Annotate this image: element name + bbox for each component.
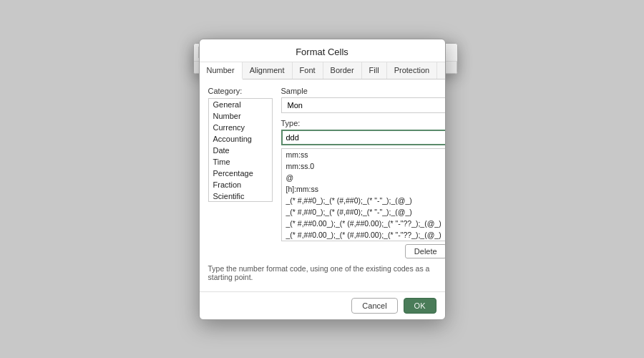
type-list-item[interactable]: mm:ss (282, 149, 446, 160)
category-label: Category: (208, 87, 273, 95)
sample-box: Mon (281, 97, 446, 113)
ok-button[interactable]: OK (404, 298, 436, 314)
category-item[interactable]: General (209, 99, 272, 110)
category-item[interactable]: Percentage (209, 168, 272, 179)
type-list-item[interactable]: _(* #,##0.00_);_(* (#,##0.00);_(* "-"??_… (282, 229, 446, 241)
category-list[interactable]: GeneralNumberCurrencyAccountingDateTimeP… (208, 98, 273, 202)
cancel-button[interactable]: Cancel (351, 298, 397, 314)
type-list-item[interactable]: mm:ss.0 (282, 160, 446, 172)
type-list-item[interactable]: [$-en-PH]dddd, mmmm d, yyyy (282, 241, 446, 241)
delete-button[interactable]: Delete (405, 244, 446, 258)
category-item[interactable]: Number (209, 110, 272, 122)
type-list-item[interactable]: @ (282, 172, 446, 183)
type-list-item[interactable]: _(* #,##0.00_);_(* (#,##0.00);_(* "-"??_… (282, 218, 446, 229)
tab-alignment[interactable]: Alignment (243, 62, 293, 79)
type-list-item[interactable]: _(* #,##0_);_(* (#,##0);_(* "-"_);_(@_) (282, 206, 446, 218)
dialog-tabs: Number Alignment Font Border Fill Protec… (200, 62, 445, 79)
category-item[interactable]: Scientific (209, 190, 272, 202)
category-item[interactable]: Fraction (209, 179, 272, 190)
type-list-item[interactable]: _(* #,##0_);_(* (#,##0);_(* "-"_);_(@_) (282, 195, 446, 206)
category-item[interactable]: Time (209, 156, 272, 168)
type-input[interactable] (281, 130, 446, 145)
tab-border[interactable]: Border (323, 62, 362, 79)
hint-text: Type the number format code, using one o… (208, 264, 436, 284)
category-item[interactable]: Accounting (209, 133, 272, 145)
tab-protection[interactable]: Protection (387, 62, 438, 79)
dialog-title: Format Cells (200, 39, 445, 62)
tab-font[interactable]: Font (293, 62, 323, 79)
tab-fill[interactable]: Fill (362, 62, 387, 79)
type-list[interactable]: mm:ssmm:ss.0@[h]:mm:ss_(* #,##0_);_(* (#… (281, 148, 446, 241)
category-item[interactable]: Date (209, 145, 272, 156)
format-cells-dialog: Format Cells Number Alignment Font Borde… (199, 39, 446, 320)
sample-label: Sample (281, 87, 446, 95)
category-item[interactable]: Currency (209, 122, 272, 133)
type-label: Type: (281, 119, 446, 127)
tab-number[interactable]: Number (200, 62, 243, 79)
type-list-item[interactable]: [h]:mm:ss (282, 183, 446, 195)
